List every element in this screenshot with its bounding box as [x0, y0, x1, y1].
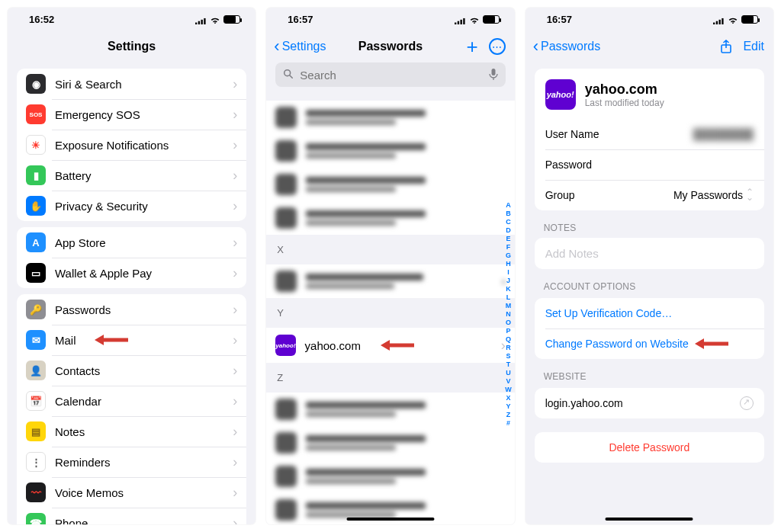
detail-content[interactable]: yahoo! yahoo.com Last modified today Use… — [525, 62, 773, 524]
back-button[interactable]: ‹ Settings — [274, 38, 326, 55]
settings-item-reminders[interactable]: ⋮Reminders› — [17, 447, 246, 477]
change-password-row[interactable]: Change Password on Website — [535, 328, 764, 359]
chevron-right-icon: › — [233, 107, 237, 123]
index-letter[interactable]: N — [506, 310, 511, 319]
back-button[interactable]: ‹ Passwords — [533, 38, 601, 55]
more-button[interactable]: ⋯ — [489, 38, 506, 55]
settings-item-label: App Store — [55, 236, 233, 249]
chevron-right-icon: › — [233, 302, 237, 318]
settings-item-exposure[interactable]: ☀Exposure Notifications› — [17, 130, 246, 160]
status-indicators — [195, 15, 240, 24]
safari-open-icon[interactable] — [740, 396, 754, 410]
settings-item-siri[interactable]: ◉Siri & Search› — [17, 69, 246, 99]
settings-item-passwords[interactable]: 🔑Passwords› — [17, 294, 246, 325]
index-letter[interactable]: W — [505, 386, 512, 394]
index-letter[interactable]: J — [506, 277, 510, 285]
index-letter[interactable]: M — [506, 302, 512, 310]
settings-item-label: Siri & Search — [55, 78, 233, 91]
notes-field[interactable]: Add Notes — [535, 238, 764, 269]
svg-rect-2 — [201, 19, 203, 24]
credential-card: yahoo! yahoo.com Last modified today Use… — [535, 69, 764, 210]
settings-list[interactable]: ◉Siri & Search›SOSEmergency SOS›☀Exposur… — [8, 62, 256, 524]
setup-verification-row[interactable]: Set Up Verification Code… — [535, 298, 764, 328]
delete-password-label: Delete Password — [545, 441, 754, 453]
notes-placeholder: Add Notes — [545, 247, 599, 260]
index-letter[interactable]: U — [506, 369, 511, 377]
settings-item-mail[interactable]: ✉Mail› — [17, 325, 246, 355]
settings-item-phone[interactable]: ☎Phone› — [17, 508, 246, 524]
nav-bar: Settings — [8, 30, 256, 62]
credential-header: yahoo! yahoo.com Last modified today — [535, 69, 764, 119]
passwords-list[interactable]: X › Y yahoo! yahoo.com › Z ABCDEFGHIJKLM… — [266, 95, 514, 524]
index-letter[interactable]: Z — [506, 411, 511, 419]
username-row[interactable]: User Name ████████ — [535, 119, 764, 149]
index-letter[interactable]: V — [506, 377, 510, 386]
index-letter[interactable]: # — [506, 419, 510, 428]
index-letter[interactable]: X — [506, 394, 510, 402]
change-password-label: Change Password on Website — [545, 338, 689, 350]
settings-item-notes[interactable]: ▤Notes› — [17, 416, 246, 447]
settings-item-sos[interactable]: SOSEmergency SOS› — [17, 99, 246, 130]
section-header-notes: NOTES — [544, 223, 755, 233]
website-row[interactable]: login.yahoo.com — [535, 388, 764, 418]
index-letter[interactable]: L — [506, 293, 511, 302]
edit-button[interactable]: Edit — [743, 40, 764, 53]
phone-icon: ☎ — [26, 513, 46, 524]
alphabet-index[interactable]: ABCDEFGHIJKLMNOPQRSTUVWXYZ# — [505, 201, 512, 428]
settings-item-label: Battery — [55, 169, 233, 182]
index-letter[interactable]: Y — [506, 402, 510, 411]
mail-icon: ✉ — [26, 330, 46, 350]
group-row[interactable]: Group My Passwords ⌃⌄ — [535, 180, 764, 210]
index-letter[interactable]: R — [506, 344, 511, 352]
wifi-icon — [210, 15, 220, 23]
settings-item-battery[interactable]: ▮Battery› — [17, 160, 246, 191]
index-letter[interactable]: H — [506, 260, 511, 268]
index-letter[interactable]: I — [507, 268, 509, 277]
settings-item-contacts[interactable]: 👤Contacts› — [17, 355, 246, 386]
blurred-entry — [266, 426, 514, 460]
index-letter[interactable]: K — [506, 285, 511, 293]
add-button[interactable]: + — [466, 37, 477, 56]
settings-item-appstore[interactable]: AApp Store› — [17, 227, 246, 258]
index-letter[interactable]: B — [506, 210, 511, 218]
password-item-yahoo[interactable]: yahoo! yahoo.com › — [266, 328, 514, 363]
index-letter[interactable]: E — [506, 235, 510, 243]
chevron-right-icon: › — [233, 454, 237, 470]
index-letter[interactable]: A — [506, 201, 511, 210]
status-time: 16:57 — [547, 14, 572, 25]
website-value: login.yahoo.com — [545, 397, 623, 409]
calendar-icon: 📅 — [26, 391, 46, 411]
settings-item-label: Contacts — [55, 364, 233, 377]
index-letter[interactable]: C — [506, 218, 511, 226]
index-letter[interactable]: Q — [506, 335, 511, 344]
search-input[interactable] — [298, 68, 488, 82]
index-letter[interactable]: S — [506, 352, 510, 361]
share-button[interactable] — [720, 40, 732, 53]
chevron-right-icon: › — [233, 515, 237, 525]
home-indicator[interactable] — [346, 518, 434, 521]
mic-icon[interactable] — [489, 69, 498, 81]
index-letter[interactable]: G — [506, 252, 511, 260]
contacts-icon: 👤 — [26, 361, 46, 380]
settings-item-voicememos[interactable]: 〰Voice Memos› — [17, 477, 246, 508]
index-letter[interactable]: T — [506, 361, 511, 369]
search-field[interactable] — [275, 62, 505, 87]
settings-item-privacy[interactable]: ✋Privacy & Security› — [17, 191, 246, 221]
yahoo-icon: yahoo! — [545, 79, 576, 110]
index-letter[interactable]: P — [506, 327, 510, 335]
blurred-entry — [266, 201, 514, 235]
group-value: My Passwords — [673, 189, 743, 201]
delete-password-button[interactable]: Delete Password — [535, 432, 764, 463]
home-indicator[interactable] — [606, 518, 693, 521]
svg-rect-1 — [198, 21, 200, 24]
index-letter[interactable]: O — [506, 319, 511, 327]
settings-item-calendar[interactable]: 📅Calendar› — [17, 386, 246, 416]
screen-password-detail: 16:57 ‹ Passwords Edit yahoo! yahoo.com … — [525, 8, 773, 524]
section-header-account: ACCOUNT OPTIONS — [544, 281, 755, 292]
page-title: Settings — [108, 40, 156, 53]
index-letter[interactable]: D — [506, 226, 511, 235]
password-row[interactable]: Password — [535, 149, 764, 180]
index-letter[interactable]: F — [506, 243, 511, 252]
settings-item-wallet[interactable]: ▭Wallet & Apple Pay› — [17, 258, 246, 288]
status-indicators — [455, 15, 500, 24]
